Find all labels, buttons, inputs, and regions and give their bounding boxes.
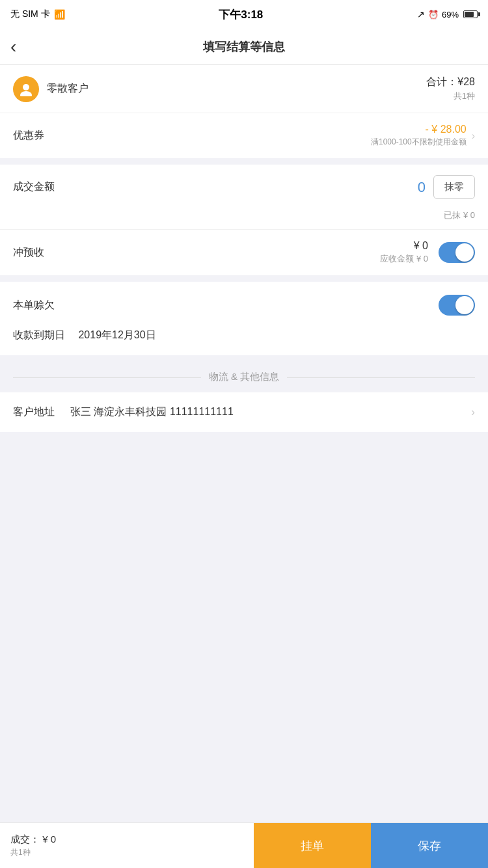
total-amount: 合计：¥28: [426, 75, 475, 89]
hang-order-button[interactable]: 挂单: [254, 823, 371, 868]
coupon-discount: - ¥ 28.00: [371, 124, 467, 135]
customer-summary: 合计：¥28 共1种: [426, 75, 475, 102]
due-date-value: 2019年12月30日: [78, 329, 156, 340]
prepay-values: ¥ 0 应收金额 ¥ 0: [380, 240, 428, 265]
address-section: 客户地址 张三 海淀永丰科技园 11111111111 ›: [0, 392, 488, 432]
credit-toggle-knob: [455, 296, 474, 314]
prepay-row: 冲预收 ¥ 0 应收金额 ¥ 0: [0, 229, 488, 275]
bottom-item-count: 共1种: [10, 847, 243, 858]
back-button[interactable]: ‹: [10, 31, 21, 62]
bottom-deal-value: ¥ 0: [42, 834, 56, 845]
battery-percent: 69%: [442, 10, 459, 20]
prepay-receivable: 应收金额 ¥ 0: [380, 253, 428, 265]
deal-amount-right: 抹零: [386, 175, 475, 199]
coupon-description: 满1000-100不限制使用金额: [371, 137, 467, 148]
address-key: 客户地址: [13, 405, 60, 419]
logistics-label: 物流 & 其他信息: [201, 371, 287, 382]
prepay-label: 冲预收: [13, 246, 44, 260]
sim-label: 无 SIM 卡: [10, 8, 50, 20]
customer-left: 零散客户: [13, 76, 88, 102]
item-count: 共1种: [426, 90, 475, 102]
credit-label: 本单赊欠: [13, 299, 55, 312]
coupon-label: 优惠券: [13, 129, 44, 142]
address-chevron-icon: ›: [471, 405, 475, 419]
content: 零散客户 合计：¥28 共1种 优惠券 - ¥ 28.00 满1000-100不…: [0, 65, 488, 491]
alarm-icon: ⏰: [428, 10, 439, 20]
battery-icon: [463, 10, 478, 18]
deal-amount-section: 成交金额 抹零 已抹 ¥ 0 冲预收 ¥ 0 应收金额 ¥ 0: [0, 165, 488, 275]
coupon-right: - ¥ 28.00 满1000-100不限制使用金额 ›: [371, 124, 475, 148]
credit-section: 本单赊欠 收款到期日 2019年12月30日: [0, 282, 488, 355]
round-zero-button[interactable]: 抹零: [433, 175, 475, 199]
logistics-divider: 物流 & 其他信息: [0, 362, 488, 392]
address-value: 张三 海淀永丰科技园 11111111111: [70, 405, 461, 419]
location-icon: ↗: [417, 9, 425, 20]
customer-row: 零散客户 合计：¥28 共1种: [0, 65, 488, 113]
page-title: 填写结算等信息: [203, 39, 285, 55]
status-bar: 无 SIM 卡 📶 下午3:18 ↗ ⏰ 69%: [0, 0, 488, 29]
credit-row: 本单赊欠: [0, 282, 488, 329]
deal-amount-input[interactable]: [386, 179, 426, 196]
nav-bar: ‹ 填写结算等信息: [0, 29, 488, 65]
bottom-bar: 成交： ¥ 0 共1种 挂单 保存: [0, 822, 488, 868]
prepay-right: ¥ 0 应收金额 ¥ 0: [380, 240, 475, 265]
svg-point-1: [20, 91, 32, 96]
coupon-values: - ¥ 28.00 满1000-100不限制使用金额: [371, 124, 467, 148]
deal-amount-label: 成交金额: [13, 180, 55, 194]
status-right: ↗ ⏰ 69%: [417, 9, 478, 20]
prepay-toggle[interactable]: [439, 242, 475, 263]
address-row[interactable]: 客户地址 张三 海淀永丰科技园 11111111111 ›: [0, 392, 488, 432]
due-date-label: 收款到期日: [13, 329, 65, 340]
deal-amount-row: 成交金额 抹零: [0, 165, 488, 210]
bottom-deal-label: 成交：: [10, 834, 40, 845]
wifi-icon: 📶: [54, 9, 65, 20]
save-button[interactable]: 保存: [371, 823, 488, 868]
customer-name: 零散客户: [47, 82, 88, 96]
avatar: [13, 76, 39, 102]
svg-point-0: [23, 84, 29, 90]
status-time: 下午3:18: [219, 7, 263, 22]
bottom-deal-amount: 成交： ¥ 0: [10, 834, 243, 846]
already-rounded: 已抹 ¥ 0: [0, 210, 488, 229]
coupon-row[interactable]: 优惠券 - ¥ 28.00 满1000-100不限制使用金额 ›: [0, 113, 488, 158]
toggle-knob: [455, 243, 474, 262]
prepay-amount: ¥ 0: [380, 240, 428, 252]
status-left: 无 SIM 卡 📶: [10, 8, 65, 20]
due-date-row: 收款到期日 2019年12月30日: [0, 329, 488, 355]
chevron-right-icon: ›: [472, 130, 475, 142]
customer-section: 零散客户 合计：¥28 共1种 优惠券 - ¥ 28.00 满1000-100不…: [0, 65, 488, 158]
bottom-summary: 成交： ¥ 0 共1种: [0, 823, 254, 868]
credit-toggle[interactable]: [439, 295, 475, 316]
